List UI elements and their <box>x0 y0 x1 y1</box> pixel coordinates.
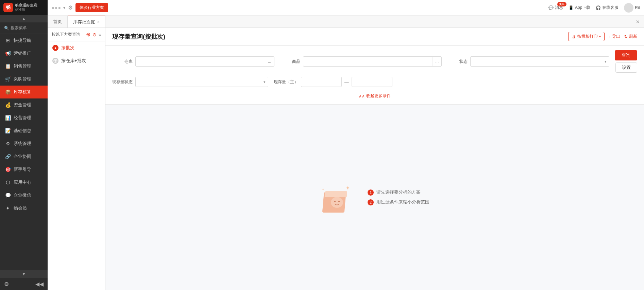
warehouse-label: 仓库 <box>112 59 133 65</box>
stock-qty-max-input[interactable] <box>352 77 392 87</box>
page-titlebar: 现存量查询(按批次) 🖨 按模板打印 ▾ ↑ 导出 ↻ 刷新 <box>105 28 644 46</box>
sidebar-item-app-center[interactable]: ⬡ 应用中心 <box>0 176 48 189</box>
print-icon: 🖨 <box>572 34 576 39</box>
sidebar-item-purchase[interactable]: 🛒 采购管理 <box>0 73 48 86</box>
goods-more-btn[interactable]: ... <box>432 57 441 66</box>
filter-dot-gray <box>52 58 58 64</box>
sidebar-item-guide[interactable]: 🎯 新手引导 <box>0 163 48 176</box>
tab-home-label: 首页 <box>53 19 62 25</box>
sidebar-search[interactable]: 🔍 搜索菜单 <box>0 22 48 34</box>
tab-inventory-batch-label: 库存批次账 <box>73 19 95 25</box>
topbar-right: 💬 消息 99+ 📱 App下载 🎧 在线客服 Rit <box>548 3 640 13</box>
search-icon: 🔍 <box>4 26 9 31</box>
goods-input[interactable] <box>303 56 433 67</box>
sidebar-item-basic-info[interactable]: 📝 基础信息 <box>0 124 48 137</box>
empty-hint-1: 1 请先选择要分析的方案 <box>368 189 429 196</box>
warehouse-more-btn[interactable]: ... <box>265 57 274 66</box>
query-button[interactable]: 查询 <box>615 50 637 60</box>
add-scheme-button[interactable]: ⊕ <box>86 31 90 38</box>
tab-inventory-batch[interactable]: 库存批次账 × <box>68 16 105 28</box>
breadcrumb: ■ ■ ■ <box>52 6 61 10</box>
sidebar-item-label: 应用中心 <box>14 179 31 185</box>
empty-illustration: ✦ ✦ <box>320 180 354 214</box>
filter-panel-title: 按以下方案查询 <box>52 32 80 37</box>
status-select[interactable] <box>470 56 609 67</box>
settings-gear-icon[interactable]: ⚙ <box>4 281 9 287</box>
sidebar-item-label: 经营管理 <box>14 115 31 121</box>
hint-text-1: 请先选择要分析的方案 <box>376 189 421 195</box>
svg-rect-4 <box>325 191 348 197</box>
sidebar-item-label: 企业微信 <box>14 192 31 198</box>
filter-panel-header: 按以下方案查询 ⊕ ⊙ « <box>48 28 105 41</box>
tab-home[interactable]: 首页 <box>48 16 68 28</box>
sidebar-item-enterprise[interactable]: 🔗 企业协同 <box>0 150 48 163</box>
page-title: 现存量查询(按批次) <box>112 33 165 41</box>
scheme-settings-icon[interactable]: ⊙ <box>92 32 97 37</box>
filter-header-actions: ⊕ ⊙ « <box>86 31 101 38</box>
sidebar-item-label: 快捷导航 <box>14 37 31 43</box>
hint-num-1: 1 <box>368 189 374 196</box>
svg-point-5 <box>331 197 343 208</box>
goods-field: 商品 ... <box>280 56 442 67</box>
svg-text:✦: ✦ <box>345 185 350 191</box>
collapse-sidebar-icon[interactable]: ◀◀ <box>35 281 44 287</box>
sidebar-item-wechat[interactable]: 💬 企业微信 <box>0 189 48 202</box>
collapse-panel-icon[interactable]: « <box>99 32 101 37</box>
sidebar-header: 畅 畅康通好生意 标准版 <box>0 0 48 15</box>
breadcrumb-dropdown-icon[interactable]: ▾ <box>63 5 65 10</box>
settings-button[interactable]: 设置 <box>615 62 637 73</box>
sidebar-item-sales[interactable]: 📋 销售管理 <box>0 60 48 73</box>
topbar-gear-icon[interactable]: ⚙ <box>68 4 73 11</box>
stock-qty-min-input[interactable] <box>301 77 342 87</box>
online-service-button[interactable]: 🎧 在线客服 <box>596 5 618 11</box>
filter-item-by-warehouse-batch[interactable]: 按仓库+批次 <box>48 54 105 67</box>
print-button[interactable]: 🖨 按模板打印 ▾ <box>568 32 605 41</box>
export-button[interactable]: ↑ 导出 <box>609 34 620 39</box>
refresh-button[interactable]: ↻ 刷新 <box>624 34 637 39</box>
user-menu[interactable]: Rit <box>624 3 640 13</box>
scroll-up[interactable]: ▲ <box>0 15 48 22</box>
warehouse-input[interactable] <box>136 56 265 67</box>
sidebar-item-quick-nav[interactable]: ⊞ 快捷导航 <box>0 34 48 47</box>
filter-item-by-batch[interactable]: ● 按批次 <box>48 41 105 54</box>
message-button[interactable]: 💬 消息 99+ <box>548 5 563 11</box>
collapse-row[interactable]: ∧∧ 收起更多条件 <box>112 91 637 101</box>
sidebar-item-label: 基础信息 <box>14 128 31 134</box>
status-field: 状态 <box>447 56 609 67</box>
stock-status-select[interactable] <box>135 77 268 87</box>
sidebar-item-inventory[interactable]: 📦 库存核算 <box>0 86 48 98</box>
user-avatar <box>624 3 633 13</box>
warehouse-field: 仓库 ... <box>112 56 274 67</box>
experience-button[interactable]: 体验行业方案 <box>75 3 108 12</box>
app-download-button[interactable]: 📱 App下载 <box>569 5 590 11</box>
tabbar: 首页 库存批次账 × ✕ <box>48 16 644 28</box>
basic-info-icon: 📝 <box>5 128 11 134</box>
scroll-down[interactable]: ▼ <box>0 270 48 278</box>
collapse-icon: ∧∧ <box>359 94 365 98</box>
sidebar-item-marketing[interactable]: 📢 营销推广 <box>0 47 48 60</box>
stock-status-field: 现存量状态 <box>112 77 268 87</box>
sidebar-item-finance[interactable]: 💰 资金管理 <box>0 98 48 111</box>
sidebar-item-operations[interactable]: 📊 经营管理 <box>0 111 48 124</box>
form-row-1: 仓库 ... 商品 ... 状态 <box>112 50 637 73</box>
app-download-label: App下载 <box>575 5 590 11</box>
print-dropdown-icon[interactable]: ▾ <box>599 35 601 38</box>
empty-box-svg: ✦ ✦ <box>320 180 357 218</box>
tab-close-icon[interactable]: × <box>97 20 100 24</box>
message-icon: 💬 <box>548 5 554 10</box>
form-actions: 查询 设置 <box>615 50 637 73</box>
page-title-actions: 🖨 按模板打印 ▾ ↑ 导出 ↻ 刷新 <box>568 32 637 41</box>
sidebar-item-label: 畅会员 <box>14 205 27 211</box>
sidebar-item-member[interactable]: ✦ 畅会员 <box>0 202 48 215</box>
topbar: ■ ■ ■ ▾ ⚙ 体验行业方案 💬 消息 99+ 📱 App下载 🎧 在线客服… <box>48 0 644 16</box>
refresh-label: 刷新 <box>629 34 637 39</box>
filter-item-label: 按批次 <box>61 45 74 51</box>
sidebar-item-system[interactable]: ⚙ 系统管理 <box>0 137 48 150</box>
app-subtitle: 标准版 <box>15 7 37 12</box>
empty-state: ✦ ✦ 1 请先选择要分析的方案 2 用过滤条件来缩小分析范围 <box>105 105 644 290</box>
sidebar-item-label: 采购管理 <box>14 76 31 82</box>
search-form: 仓库 ... 商品 ... 状态 <box>105 46 644 105</box>
svg-text:✦: ✦ <box>322 187 324 191</box>
range-dash: — <box>344 79 349 85</box>
close-all-button[interactable]: ✕ <box>632 19 644 24</box>
